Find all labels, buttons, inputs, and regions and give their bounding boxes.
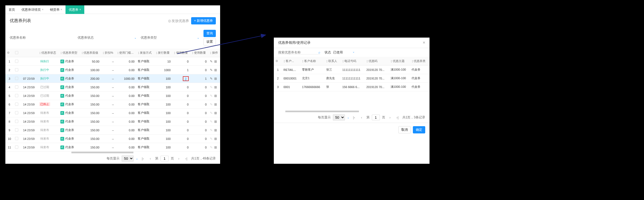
column-header[interactable]: ▲▼客户名称 xyxy=(300,57,325,66)
table-row[interactable]: 2 00010001 北京1 唐先生 11111111111 2019120 7… xyxy=(274,74,430,83)
table-row[interactable]: 6 14 23:59 已终止 代代金券 150.00 -- 0.00 客户领取 … xyxy=(5,100,220,109)
row-checkbox[interactable] xyxy=(15,111,18,114)
column-header[interactable]: ▲▼优惠主题 xyxy=(389,57,410,66)
table-row[interactable]: 4 14 23:59 已过期 代代金券 150.00 -- 0.00 客户领取 … xyxy=(5,83,220,92)
edit-icon[interactable]: ✎ xyxy=(210,77,213,81)
qrcode-icon[interactable]: ⊞ xyxy=(214,60,217,63)
distribute-button[interactable]: ◎ 发放优惠券 xyxy=(168,19,189,23)
column-header[interactable]: ▲▼优惠券状态 xyxy=(38,49,59,57)
column-header[interactable]: ▲▼优惠码 xyxy=(365,57,389,66)
row-checkbox[interactable] xyxy=(15,68,18,71)
sort-icon: ▲▼ xyxy=(210,51,212,54)
search-button[interactable]: 查询 xyxy=(203,30,216,37)
last-page-button[interactable]: ›| xyxy=(184,156,189,161)
filter-name-input[interactable] xyxy=(28,34,73,41)
next-page-button[interactable]: › xyxy=(387,115,393,120)
table-row[interactable]: 7 14 23:59 待发布 代代金券 150.00 -- 0.00 客户领取 … xyxy=(5,109,220,117)
edit-icon[interactable]: ✎ xyxy=(210,60,213,63)
tab-优惠券[interactable]: 优惠券× xyxy=(66,5,84,14)
qrcode-icon[interactable]: ⊞ xyxy=(214,94,217,98)
table-row[interactable]: 9 14 23:59 待发布 代代金券 150.00 -- 0.00 客户领取 … xyxy=(5,126,220,134)
qrcode-icon[interactable]: ⊞ xyxy=(214,68,217,72)
table-row[interactable]: 5 14 23:59 已过期 代代金券 150.00 -- 0.00 客户领取 … xyxy=(5,92,220,100)
qrcode-icon[interactable]: ⊞ xyxy=(214,146,217,149)
column-header[interactable]: ▲▼发行数量 xyxy=(154,49,172,57)
row-checkbox[interactable] xyxy=(15,120,18,123)
column-header[interactable]: ▲▼使用门槛... xyxy=(115,49,136,57)
claimed-count-link[interactable]: 3 xyxy=(183,76,189,81)
row-checkbox[interactable] xyxy=(15,94,18,97)
sort-icon: ▲▼ xyxy=(326,60,328,63)
tab-首页[interactable]: 首页 xyxy=(5,5,18,14)
type-badge: 代 xyxy=(60,137,64,141)
column-header[interactable]: ▲▼折扣% xyxy=(101,49,115,57)
tab-销货单[interactable]: 销货单× xyxy=(47,5,66,14)
last-page-button[interactable]: ›| xyxy=(395,115,400,120)
chevron-down-icon: ⌄ xyxy=(136,157,138,160)
qrcode-icon[interactable]: ⊞ xyxy=(214,120,217,123)
sort-icon: ▲▼ xyxy=(192,51,194,54)
table-row[interactable]: 11 14 23:59 待发布 代代金券 150.00 -- 0.00 客户领取… xyxy=(5,143,220,152)
qrcode-icon[interactable]: ⊞ xyxy=(214,137,217,141)
table-row[interactable]: 8 14 23:59 待发布 代代金券 150.00 -- 0.00 客户领取 … xyxy=(5,117,220,126)
first-page-button[interactable]: |‹ xyxy=(140,156,145,161)
column-header[interactable]: ▲▼使用数量 xyxy=(190,49,208,57)
row-checkbox[interactable] xyxy=(15,128,18,132)
settings-button[interactable]: 设置 xyxy=(203,38,216,45)
filter-type-select[interactable]: ⌄ xyxy=(159,35,199,40)
search-icon[interactable]: ⌕ xyxy=(318,50,320,54)
column-header[interactable]: ▲▼优惠券面值 xyxy=(80,49,101,57)
sort-icon: ▲▼ xyxy=(60,51,62,54)
prev-page-button[interactable]: ‹ xyxy=(359,115,364,120)
column-header[interactable]: ▲▼客户... xyxy=(282,57,300,66)
select-all-checkbox[interactable] xyxy=(15,51,18,54)
table-row[interactable]: 3 0001 17666666666 张 156 6666 6... 20191… xyxy=(274,83,430,91)
modal-status-select[interactable]: 已使用 ⌄ xyxy=(333,50,355,55)
qrcode-icon[interactable]: ⊞ xyxy=(214,85,217,89)
row-checkbox[interactable] xyxy=(15,85,18,89)
ok-button[interactable]: 确定 xyxy=(413,126,425,133)
edit-icon[interactable]: ✎ xyxy=(210,68,213,72)
column-header[interactable]: ▲▼操作 xyxy=(208,49,220,57)
column-header[interactable]: ▲▼电话号码 xyxy=(341,57,365,66)
table-row[interactable]: 3 07 23:59 执行中 代代金券 200.00 -- 1000.00 客户… xyxy=(5,74,220,83)
gear-icon[interactable]: ⚙ xyxy=(7,51,10,54)
column-header[interactable]: ▲▼领用数量 xyxy=(172,49,190,57)
modal-page-input[interactable] xyxy=(372,115,380,120)
row-checkbox[interactable] xyxy=(15,77,18,80)
column-header[interactable]: ▲▼优惠券类型 xyxy=(59,49,80,57)
filter-type-label: 优惠券类型 xyxy=(141,35,157,40)
qrcode-icon[interactable]: ⊞ xyxy=(214,128,217,132)
table-row[interactable]: 10 14 23:59 待发布 代代金券 150.00 -- 0.00 客户领取… xyxy=(5,134,220,143)
row-checkbox[interactable] xyxy=(15,103,18,106)
modal-per-page-select[interactable]: 50 xyxy=(333,114,345,121)
modal-search-input[interactable] xyxy=(278,50,318,54)
row-checkbox[interactable] xyxy=(15,60,18,63)
column-header[interactable]: ▲▼联系人 xyxy=(325,57,341,66)
table-row[interactable]: 2 执行中 代代金券 100.00 -- 0.00 客户领取 1000 1 0 … xyxy=(5,66,220,74)
qrcode-icon[interactable]: ⊞ xyxy=(214,111,217,115)
close-icon[interactable]: × xyxy=(79,5,81,14)
column-header[interactable]: ▲▼优惠券类 xyxy=(410,57,430,66)
next-page-button[interactable]: › xyxy=(176,156,181,161)
close-icon[interactable]: × xyxy=(61,5,62,14)
prev-page-button[interactable]: ‹ xyxy=(148,156,153,161)
close-icon[interactable]: × xyxy=(423,40,425,45)
filter-status-select[interactable]: ⌄ xyxy=(96,35,136,40)
table-row[interactable]: 1 待执行 代代金券 50.00 -- 0.00 客户领取 10 0 0 ✎⊞ xyxy=(5,57,220,66)
column-header[interactable]: ▲▼发放方式 xyxy=(136,49,154,57)
close-icon[interactable]: × xyxy=(42,5,43,14)
qrcode-icon[interactable]: ⊞ xyxy=(214,103,217,106)
row-checkbox[interactable] xyxy=(15,146,18,149)
first-page-button[interactable]: |‹ xyxy=(351,115,357,120)
gear-icon[interactable]: ⚙ xyxy=(275,59,278,63)
tab-优惠券详情页[interactable]: 优惠券详情页× xyxy=(18,5,47,14)
page-input[interactable] xyxy=(161,156,169,161)
table-row[interactable]: 1 RETAIL... 零散客户 张三 11111111111 2019120 … xyxy=(274,66,430,74)
status-badge: 已过期 xyxy=(39,85,50,89)
per-page-select[interactable]: 50 xyxy=(122,155,134,162)
add-coupon-button[interactable]: + 新增优惠券 xyxy=(191,17,216,24)
row-checkbox[interactable] xyxy=(15,137,18,140)
cancel-button[interactable]: 取消 xyxy=(398,126,411,133)
qrcode-icon[interactable]: ⊞ xyxy=(214,77,217,81)
